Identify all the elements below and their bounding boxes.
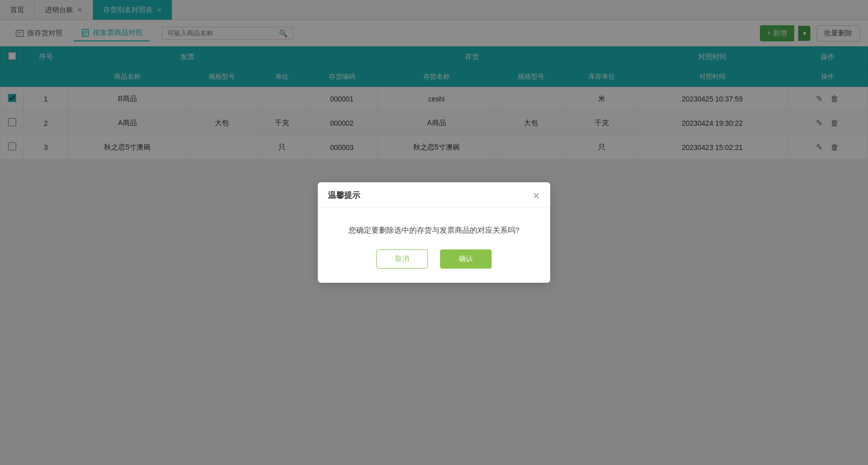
- dialog-overlay: 温馨提示 ✕ 您确定要删除选中的存货与发票商品的对应关系吗? 取消 确认: [0, 0, 868, 160]
